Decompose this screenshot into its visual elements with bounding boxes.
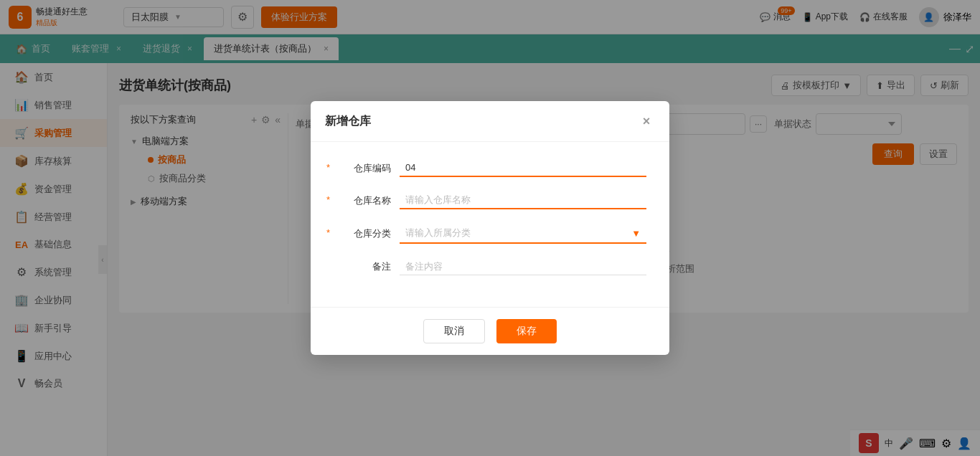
note-label: 备注 [334,260,391,273]
warehouse-name-input[interactable] [400,191,646,209]
warehouse-category-row: 仓库分类 请输入所属分类 ▼ [334,224,646,244]
warehouse-name-label: 仓库名称 [334,194,391,207]
warehouse-category-label: 仓库分类 [334,227,391,240]
cancel-button[interactable]: 取消 [423,319,485,343]
save-button[interactable]: 保存 [496,319,557,343]
warehouse-name-row: 仓库名称 [334,191,646,209]
modal-title: 新增仓库 [325,114,371,129]
warehouse-code-row: 仓库编码 [334,159,646,177]
warehouse-code-input[interactable] [400,159,646,177]
new-warehouse-modal: 新增仓库 × 仓库编码 仓库名称 仓库分类 请输入所属分类 ▼ [311,101,669,355]
chevron-down-icon: ▼ [631,228,641,239]
modal-overlay[interactable]: 新增仓库 × 仓库编码 仓库名称 仓库分类 请输入所属分类 ▼ [0,0,980,456]
modal-body: 仓库编码 仓库名称 仓库分类 请输入所属分类 ▼ 备注 [311,142,669,307]
modal-footer: 取消 保存 [311,307,669,355]
note-input[interactable] [400,258,646,275]
warehouse-category-select[interactable]: 请输入所属分类 ▼ [400,224,646,244]
modal-close-button[interactable]: × [638,113,655,130]
modal-header: 新增仓库 × [311,101,669,142]
warehouse-code-label: 仓库编码 [334,162,391,175]
note-row: 备注 [334,258,646,275]
